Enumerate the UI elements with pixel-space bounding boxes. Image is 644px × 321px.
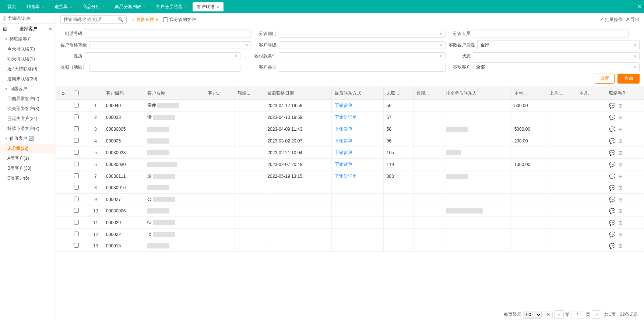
sidebar-group-problem[interactable]: ▼ 问题客户 (0, 84, 56, 94)
row-settings[interactable] (56, 112, 71, 123)
row-checkbox[interactable] (74, 126, 79, 131)
row-checkbox[interactable] (74, 103, 79, 107)
status-select[interactable]: ∨ (473, 52, 640, 60)
row-checkbox[interactable] (74, 208, 79, 213)
query-button[interactable]: 查询 (617, 74, 640, 84)
collapse-sidebar-button[interactable]: ≪ (48, 27, 53, 31)
close-purchase-tab[interactable]: × (70, 5, 72, 9)
prev-page-button[interactable]: ＜ (554, 310, 564, 319)
grid-action-icon[interactable]: ⊞ (618, 220, 623, 226)
row-settings[interactable] (56, 229, 71, 240)
search-icon[interactable]: 🔍 (118, 17, 123, 22)
per-page-select[interactable]: 50 100 (523, 311, 542, 319)
tab-customer-contact[interactable]: 客户联络 × (193, 2, 224, 11)
sidebar-item-week[interactable]: 近7天待联络(0) (0, 64, 56, 74)
tab-analysis[interactable]: 商品分析 × (78, 2, 109, 11)
sidebar-group-pending[interactable]: ▼ 待联络客户 (0, 34, 56, 44)
row-checkbox[interactable] (74, 197, 79, 201)
grid-action-icon[interactable]: ⊞ (618, 197, 623, 202)
message-action-icon[interactable]: 💬 (609, 114, 615, 120)
customer-type-input[interactable] (279, 63, 446, 72)
contact-method-link[interactable]: 下销货单 (335, 126, 352, 131)
first-page-button[interactable]: K (545, 311, 553, 318)
sidebar-item-lost[interactable]: 已流失客户(24) (0, 114, 56, 124)
message-action-icon[interactable]: 💬 (609, 243, 615, 249)
select-all-checkbox[interactable] (74, 91, 79, 95)
message-action-icon[interactable]: 💬 (609, 232, 615, 237)
row-checkbox[interactable] (74, 150, 79, 155)
contact-method-link[interactable]: 下销货单 (335, 103, 352, 108)
region-more-button[interactable]: … (243, 64, 251, 71)
grid-action-icon[interactable]: ⊞ (618, 150, 623, 156)
tab-customer-segment[interactable]: 客户分层经营 × (151, 2, 191, 11)
grid-action-icon[interactable]: ⊞ (618, 103, 623, 109)
tab-analysis-list[interactable]: 商品分析列表 × (110, 2, 150, 11)
contact-method-link[interactable]: 下销售订单 (335, 173, 357, 179)
row-checkbox[interactable] (74, 162, 79, 166)
tab-sales[interactable]: 销售单 × (22, 2, 49, 11)
my-customers-checkbox[interactable]: 我分管的客户 (163, 17, 196, 23)
row-checkbox[interactable] (74, 173, 79, 178)
dept-select[interactable]: ∨ (279, 30, 446, 38)
grid-action-icon[interactable]: ⊞ (618, 114, 623, 120)
row-settings[interactable] (56, 135, 71, 147)
sidebar-item-overdue[interactable]: 逾期未联络(30) (0, 74, 56, 84)
message-action-icon[interactable]: 💬 (609, 197, 615, 202)
close-all-button[interactable]: × (638, 3, 641, 10)
row-settings[interactable] (56, 240, 71, 252)
grid-action-icon[interactable]: ⊞ (618, 232, 623, 237)
sidebar-item-churn-risk[interactable]: 流失预警客户(3) (0, 104, 56, 114)
close-analysis-tab[interactable]: × (102, 5, 105, 9)
reset-button[interactable]: 设置 (595, 74, 615, 84)
next-page-button[interactable]: ＞ (592, 310, 601, 319)
tab-home[interactable]: 首页 (3, 2, 21, 11)
contact-method-link[interactable]: 下销售订单 (335, 114, 357, 120)
row-settings[interactable] (56, 194, 71, 205)
sidebar-item-no-group[interactable]: 未分组(32) (0, 144, 56, 154)
row-settings[interactable] (56, 159, 71, 170)
row-settings[interactable] (56, 182, 71, 194)
customer-level-select[interactable]: ∨ (279, 41, 446, 49)
sidebar-item-today[interactable]: 今天待联络(0) (0, 44, 56, 54)
contact-method-link[interactable]: 下销货单 (335, 150, 352, 155)
payment-select[interactable]: ∨ (279, 52, 446, 60)
my-customers-check[interactable] (163, 17, 168, 22)
row-checkbox[interactable] (74, 114, 79, 119)
grid-action-icon[interactable]: ⊞ (618, 173, 623, 179)
close-analysis-list-tab[interactable]: × (144, 5, 146, 9)
grid-action-icon[interactable]: ⊞ (618, 126, 623, 132)
message-action-icon[interactable]: 💬 (609, 208, 615, 214)
sidebar-item-abnormal[interactable]: 回购异常客户(2) (0, 94, 56, 104)
close-contact-tab[interactable]: × (217, 5, 219, 9)
grid-action-icon[interactable]: ⊞ (618, 162, 623, 167)
row-settings[interactable] (56, 100, 71, 112)
row-settings[interactable] (56, 170, 71, 182)
more-conditions-button[interactable]: ⊿ 更多条件 ∨ (131, 17, 159, 23)
close-segment-tab[interactable]: × (184, 5, 187, 9)
sidebar-item-declining[interactable]: 持续下滑客户(2) (0, 124, 56, 134)
grid-action-icon[interactable]: ⊞ (618, 243, 623, 249)
message-action-icon[interactable]: 💬 (609, 220, 615, 226)
row-checkbox[interactable] (74, 220, 79, 225)
message-action-icon[interactable]: 💬 (609, 185, 615, 191)
row-checkbox[interactable] (74, 243, 79, 248)
message-action-icon[interactable]: 💬 (609, 162, 615, 167)
grid-action-icon[interactable]: ⊞ (618, 138, 623, 144)
tab-purchase[interactable]: 进货单 × (50, 2, 77, 11)
sidebar-item-tomorrow[interactable]: 明天待联络(1) (0, 54, 56, 64)
message-action-icon[interactable]: 💬 (609, 150, 615, 156)
row-checkbox[interactable] (74, 185, 79, 190)
staff-input[interactable] (473, 29, 629, 38)
retail-attr-select[interactable]: 全部 ∨ (477, 40, 640, 50)
row-checkbox[interactable] (74, 232, 79, 236)
message-action-icon[interactable]: 💬 (609, 138, 615, 144)
close-sales-tab[interactable]: × (42, 5, 44, 9)
sidebar-item-c-class[interactable]: C类客户(6) (0, 173, 56, 183)
row-checkbox[interactable] (74, 138, 79, 143)
grid-action-icon[interactable]: ⊞ (618, 208, 623, 214)
retail-select[interactable]: 全部 ∨ (473, 62, 640, 72)
settings-column-header[interactable]: ⚙ (56, 87, 71, 100)
search-input[interactable] (64, 17, 116, 22)
export-button[interactable]: ↗ 导出 (626, 17, 640, 23)
sidebar-search-input[interactable] (3, 16, 56, 21)
